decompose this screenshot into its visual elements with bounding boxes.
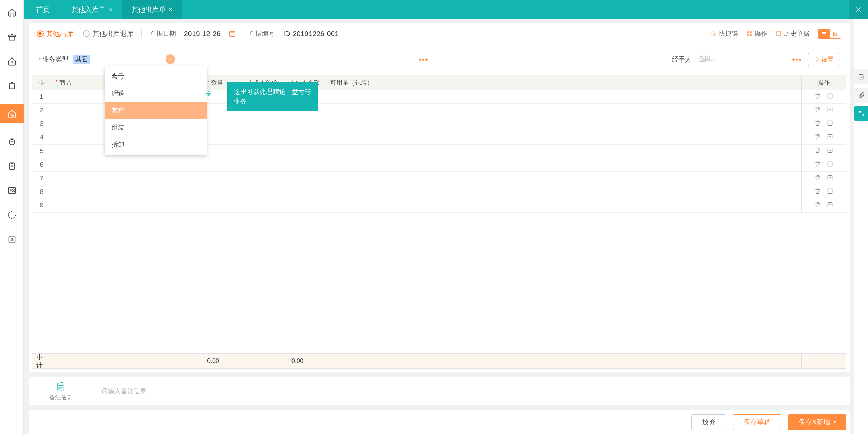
close-icon[interactable]: × [109,6,113,13]
cell-product[interactable] [51,158,161,171]
toolbar: 其他出库 其他出库退库 单据日期 2019-12-26 单据编号 ID-2019… [29,23,850,44]
rail-moneybag-icon[interactable]: ¥ [0,135,24,148]
rail-gift-icon[interactable] [0,31,24,43]
tab-other-out[interactable]: 其他出库单× [122,0,182,19]
add-row-icon[interactable] [827,93,833,101]
rail-new-icon[interactable]: 新 [0,233,24,246]
cell-unit[interactable] [161,158,203,171]
cell-qty[interactable] [203,172,245,185]
history-button[interactable]: 历史单据 [775,29,809,38]
cell-price[interactable] [245,185,287,199]
rail-loading-icon[interactable] [0,209,24,221]
dropdown-option[interactable]: 盘亏 [105,68,207,85]
window-close-button[interactable] [849,0,868,19]
cell-price[interactable] [245,131,287,144]
cell-price[interactable] [245,199,287,212]
cell-price[interactable] [245,117,287,131]
col-gear[interactable] [32,75,51,90]
close-icon[interactable]: × [169,6,173,13]
rail-home-icon[interactable] [0,6,24,18]
delete-row-icon[interactable] [814,201,821,210]
cell-qty[interactable] [203,185,245,199]
handler-select[interactable]: 选择... [698,54,786,65]
cell-amount[interactable] [287,131,326,144]
view-list-button[interactable] [818,29,830,38]
cell-product[interactable] [51,172,161,185]
discard-button[interactable]: 放弃 [691,414,726,430]
dock-attach-icon[interactable] [854,88,868,103]
add-row-icon[interactable] [827,106,833,115]
more-button[interactable]: ••• [792,55,802,64]
tab-home[interactable]: 首页 [24,0,62,19]
rail-bag-icon[interactable] [0,80,24,92]
operate-button[interactable]: 操作 [746,29,767,38]
settings-button[interactable]: 设置 [808,53,839,66]
calendar-icon[interactable] [229,30,236,37]
cell-qty[interactable] [203,131,245,144]
dropdown-option[interactable]: 拆卸 [105,136,207,153]
delete-row-icon[interactable] [814,93,821,101]
more-button[interactable]: ••• [419,55,429,64]
delete-row-icon[interactable] [814,188,821,196]
add-row-icon[interactable] [827,201,833,210]
table-row[interactable]: 8 [32,185,846,199]
delete-row-icon[interactable] [814,161,821,169]
cell-available [326,185,802,199]
view-card-button[interactable] [830,29,841,38]
chevron-up-icon[interactable] [166,54,175,64]
delete-row-icon[interactable] [814,120,821,128]
add-row-icon[interactable] [827,188,833,196]
delete-row-icon[interactable] [814,106,821,115]
cell-amount[interactable] [287,145,326,158]
tab-other-in[interactable]: 其他入库单× [62,0,122,19]
remark-input[interactable] [93,377,850,405]
cell-qty[interactable] [203,117,245,131]
delete-row-icon[interactable] [814,174,821,183]
add-row-icon[interactable] [827,161,833,169]
add-row-icon[interactable] [827,120,833,128]
cell-actions [802,158,846,171]
rail-house-money-icon[interactable]: $ [0,55,24,67]
dropdown-option[interactable]: 其它 [105,102,207,119]
dropdown-option[interactable]: 组装 [105,119,207,136]
cell-qty[interactable] [203,145,245,158]
dropdown-option[interactable]: 赠送 [105,85,207,102]
cell-unit[interactable] [161,199,203,212]
cell-unit[interactable] [161,172,203,185]
radio-other-out-return[interactable]: 其他出库退库 [83,29,133,38]
add-row-icon[interactable] [827,133,833,142]
cell-amount[interactable] [287,158,326,171]
dock-expand-icon[interactable] [854,106,868,121]
delete-row-icon[interactable] [814,147,821,155]
rail-warehouse-icon[interactable] [0,104,24,123]
radio-other-out[interactable]: 其他出库 [37,29,73,38]
save-draft-button[interactable]: 保存草稿 [733,414,781,430]
rail-idcard-icon[interactable] [0,184,24,197]
table-row[interactable]: 9 [32,199,846,213]
cell-product[interactable] [51,185,161,199]
delete-row-icon[interactable] [814,133,821,142]
save-and-new-button[interactable]: 保存&新增▾ [788,414,846,430]
cell-product[interactable] [51,199,161,212]
biz-type-select[interactable]: 其它 [73,54,175,65]
cell-price[interactable] [245,172,287,185]
date-value[interactable]: 2019-12-26 [184,30,220,38]
cell-amount[interactable] [287,199,326,212]
cell-amount[interactable] [287,185,326,199]
svg-point-7 [13,189,14,190]
cell-unit[interactable] [161,185,203,199]
add-row-icon[interactable] [827,174,833,183]
rail-clipboard-icon[interactable] [0,160,24,172]
cell-price[interactable] [245,158,287,171]
table-row[interactable]: 7 [32,172,846,185]
cell-qty[interactable] [203,199,245,212]
cell-amount[interactable] [287,172,326,185]
shortcut-button[interactable]: 快捷键 [711,29,738,38]
tooltip-text: 这里可以处理赠送、盘亏等业务 [234,88,311,105]
cell-amount[interactable] [287,117,326,131]
dock-doc-icon[interactable] [854,69,868,84]
add-row-icon[interactable] [827,147,833,155]
table-row[interactable]: 6 [32,158,846,172]
cell-price[interactable] [245,145,287,158]
cell-qty[interactable] [203,158,245,171]
